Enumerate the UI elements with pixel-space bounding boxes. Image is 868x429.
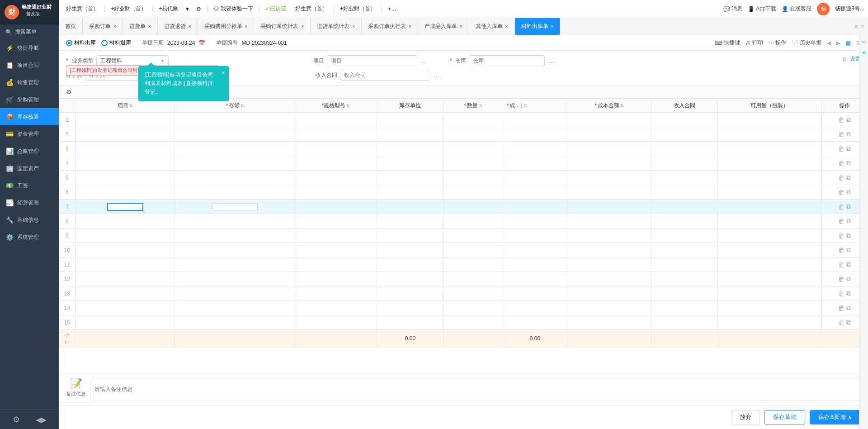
save-draft-button[interactable]: 保存草稿	[764, 410, 805, 424]
row-copy-9[interactable]: ⧉	[846, 232, 851, 239]
cell-spec-3[interactable]	[295, 142, 377, 156]
cell-inventory-5[interactable]	[175, 171, 295, 185]
tab-goods-receipt[interactable]: 进货单 ×	[123, 18, 158, 35]
cell-cost-15[interactable]	[503, 315, 567, 330]
cell-qty-2[interactable]	[443, 127, 503, 142]
discard-button[interactable]: 放弃	[731, 410, 760, 424]
cell-income-15[interactable]	[651, 315, 718, 330]
print-btn[interactable]: 🖨 打印	[745, 39, 763, 47]
cell-amount-7[interactable]	[567, 200, 651, 214]
cell-spec-13[interactable]	[295, 286, 377, 301]
nav-prev-icon[interactable]: ◀	[827, 40, 831, 46]
cell-amount-2[interactable]	[567, 127, 651, 142]
cell-income-3[interactable]	[651, 142, 718, 156]
col-cost[interactable]: *成...ℹ⇅	[503, 99, 567, 113]
cell-income-12[interactable]	[651, 272, 718, 286]
cell-income-10[interactable]	[651, 243, 718, 257]
cell-qty-6[interactable]	[443, 185, 503, 200]
cell-inventory-7[interactable]	[175, 200, 295, 214]
cell-qty-3[interactable]	[443, 142, 503, 156]
operate-btn[interactable]: ⋯ 操作	[769, 39, 786, 47]
sidebar-item-system[interactable]: ⚙️ 系统管理	[0, 229, 59, 246]
row-copy-14[interactable]: ⧉	[846, 304, 851, 312]
tab-close-cost[interactable]: ×	[245, 24, 248, 29]
tab-close-other[interactable]: ×	[505, 24, 508, 29]
row-copy-5[interactable]: ⧉	[846, 174, 851, 181]
cell-project-4[interactable]	[75, 156, 175, 171]
cell-project-13[interactable]	[75, 286, 175, 301]
cell-qty-12[interactable]	[443, 272, 503, 286]
tab-home[interactable]: 首页	[59, 18, 83, 35]
tab-close-purchase[interactable]: ×	[113, 24, 116, 29]
row-copy-8[interactable]: ⧉	[846, 217, 851, 225]
col-spec[interactable]: *规格型号⇅	[295, 99, 377, 113]
sidebar-item-fixed[interactable]: 🏢 固定资产	[0, 160, 59, 177]
income-contract-input[interactable]	[340, 70, 430, 81]
cell-qty-7[interactable]	[443, 200, 503, 214]
warehouse-input[interactable]	[469, 55, 545, 66]
cell-income-4[interactable]	[651, 156, 718, 171]
cell-project-14[interactable]	[75, 301, 175, 315]
tab-close-pstats[interactable]: ×	[301, 24, 304, 29]
cell-cost-8[interactable]	[503, 214, 567, 229]
cell-amount-3[interactable]	[567, 142, 651, 156]
cell-cost-13[interactable]	[503, 286, 567, 301]
cell-cost-10[interactable]	[503, 243, 567, 257]
cell-cost-4[interactable]	[503, 156, 567, 171]
cell-inventory-10[interactable]	[175, 243, 295, 257]
cell-amount-14[interactable]	[567, 301, 651, 315]
cell-spec-9[interactable]	[295, 229, 377, 243]
sidebar-search[interactable]: 🔍 搜索菜单	[0, 24, 59, 39]
tab-close-gstats[interactable]: ×	[352, 24, 355, 29]
cell-project-3[interactable]	[75, 142, 175, 156]
row-delete-1[interactable]: 🗑	[838, 116, 844, 124]
cell-project-8[interactable]	[75, 214, 175, 229]
cell-amount-5[interactable]	[567, 171, 651, 185]
cell-qty-14[interactable]	[443, 301, 503, 315]
info-icon-cost[interactable]: ℹ	[520, 103, 523, 109]
cell-cost-12[interactable]	[503, 272, 567, 286]
cell-income-13[interactable]	[651, 286, 718, 301]
row-delete-5[interactable]: 🗑	[838, 174, 844, 181]
cell-income-5[interactable]	[651, 171, 718, 185]
radio-material-out[interactable]: 材料出库	[66, 39, 96, 47]
cell-income-8[interactable]	[651, 214, 718, 229]
cell-cost-2[interactable]	[503, 127, 567, 142]
cell-spec-8[interactable]	[295, 214, 377, 229]
row-delete-2[interactable]: 🗑	[838, 131, 844, 138]
cell-amount-15[interactable]	[567, 315, 651, 330]
tab-goods-return[interactable]: 进货退货 ×	[158, 18, 198, 35]
cell-qty-13[interactable]	[443, 286, 503, 301]
sidebar-item-basic[interactable]: 🔧 基础信息	[0, 211, 59, 229]
cell-spec-11[interactable]	[295, 257, 377, 272]
cell-spec-10[interactable]	[295, 243, 377, 257]
row-copy-3[interactable]: ⧉	[846, 145, 851, 153]
cell-inventory-13[interactable]	[175, 286, 295, 301]
cell-income-11[interactable]	[651, 257, 718, 272]
row-copy-11[interactable]: ⧉	[846, 261, 851, 268]
cell-cost-3[interactable]	[503, 142, 567, 156]
cell-spec-15[interactable]	[295, 315, 377, 330]
tab-material-out[interactable]: 材料出库单 ×	[515, 18, 561, 35]
row-delete-13[interactable]: 🗑	[838, 290, 844, 297]
cell-amount-13[interactable]	[567, 286, 651, 301]
cell-inventory-1[interactable]	[175, 113, 295, 127]
row-delete-15[interactable]: 🗑	[838, 319, 844, 326]
cell-spec-14[interactable]	[295, 301, 377, 315]
cell-project-6[interactable]	[75, 185, 175, 200]
sidebar-item-finance[interactable]: 💳 资金管理	[0, 125, 59, 143]
cell-amount-11[interactable]	[567, 257, 651, 272]
cell-cost-1[interactable]	[503, 113, 567, 127]
row-copy-15[interactable]: ⧉	[846, 319, 851, 326]
cell-project-1[interactable]	[75, 113, 175, 127]
row-copy-10[interactable]: ⧉	[846, 246, 851, 254]
topnav-app-download[interactable]: 📱 App下载	[748, 5, 776, 13]
sidebar-item-sales[interactable]: 💰 销售管理	[0, 74, 59, 91]
cell-inventory-9[interactable]	[175, 229, 295, 243]
cell-amount-12[interactable]	[567, 272, 651, 286]
cell-spec-2[interactable]	[295, 127, 377, 142]
cell-cost-5[interactable]	[503, 171, 567, 185]
row-copy-6[interactable]: ⧉	[846, 188, 851, 196]
tab-close-all-icon[interactable]: ✕	[854, 24, 859, 30]
sidebar-item-accounting[interactable]: 📊 总账管理	[0, 143, 59, 160]
